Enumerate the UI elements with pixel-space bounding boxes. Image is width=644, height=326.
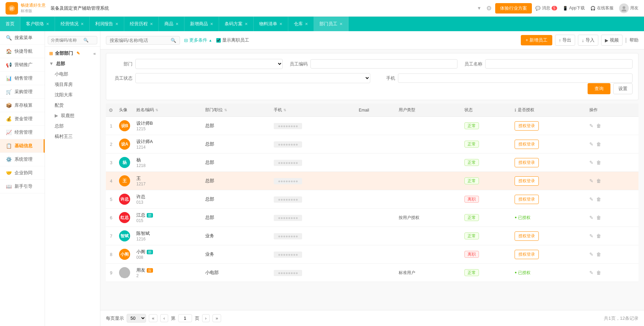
close-tab-icon[interactable]: ✕ [305,22,308,26]
delete-icon[interactable]: 🗑 [596,233,601,239]
resigned-checkbox-input[interactable] [216,38,221,43]
edit-icon[interactable]: ✎ [589,141,593,147]
nav-tab-利润报告[interactable]: 利润报告✕ [90,17,124,31]
close-tab-icon[interactable]: ✕ [46,22,49,26]
auth-login-button[interactable]: 授权登录 [515,195,539,204]
close-tab-icon[interactable]: ✕ [279,22,282,26]
delete-icon[interactable]: 🗑 [596,270,601,275]
emp-name-input[interactable] [485,59,633,69]
edit-icon[interactable]: ✎ [589,178,593,184]
messages-button[interactable]: 💬 消息 5 [535,5,557,11]
close-tab-icon[interactable]: ✕ [115,22,118,26]
close-tab-icon[interactable]: ✕ [150,22,153,26]
sidebar-item-collab[interactable]: 🤝 企业协同 [0,166,45,180]
th-settings[interactable]: ⚙ [106,104,116,117]
export-button[interactable]: ↑ 导出 [555,35,575,46]
user-menu[interactable]: 用友 [619,3,638,13]
dept-node[interactable]: 项目库房 [45,79,100,90]
delete-icon[interactable]: 🗑 [596,141,601,147]
dept-search-input[interactable]: 🔍 [48,36,97,44]
prev-page-button[interactable]: ‹ [160,314,168,322]
close-tab-icon[interactable]: ✕ [175,22,179,26]
next-page-button[interactable]: › [202,314,210,322]
close-tab-icon[interactable]: ✕ [210,22,213,26]
close-tab-icon[interactable]: ✕ [339,22,343,26]
nav-tab-首页[interactable]: 首页 [0,17,20,31]
dept-node[interactable]: 沈阳大库 [45,90,100,100]
dept-node[interactable]: 总部 [45,121,100,131]
dept-node[interactable]: 配货 [45,100,100,111]
settings-icon[interactable]: ⚙ [486,5,492,12]
edit-icon[interactable]: ✎ [589,123,593,129]
dept-search-field[interactable] [51,38,82,43]
import-button[interactable]: ↓ 导入 [578,35,598,46]
auth-login-button[interactable]: 授权登录 [515,158,539,167]
sidebar-item-system[interactable]: ⚙️ 系统管理 [0,153,45,166]
app-download-button[interactable]: 📱 App下载 [563,5,585,11]
status-select[interactable] [135,73,370,83]
per-page-select[interactable]: 501020100 [127,314,146,323]
edit-icon[interactable]: ✎ [589,270,593,275]
delete-icon[interactable]: 🗑 [596,178,601,184]
sidebar-item-search[interactable]: 🔍 搜索菜单 [0,31,45,45]
th-dept[interactable]: 部门/职位⇅ [202,104,271,117]
nav-tab-仓库[interactable]: 仓库✕ [288,17,314,31]
phone-input[interactable] [398,73,633,83]
auth-login-button[interactable]: 授权登录 [515,140,539,149]
search-icon[interactable]: 🔍 [171,38,176,43]
nav-tab-客户联络[interactable]: 客户联络✕ [20,17,55,31]
close-tab-icon[interactable]: ✕ [81,22,84,26]
dept-node[interactable]: 槁村王三 [45,131,100,142]
sidebar-item-marketing[interactable]: 📢 营销推广 [0,58,45,72]
sidebar-item-sales[interactable]: 📊 销售管理 [0,72,45,85]
sidebar-item-shortcut[interactable]: 🏠 快捷导航 [0,45,45,58]
close-tab-icon[interactable]: ✕ [245,22,248,26]
dept-select[interactable] [135,59,283,69]
page-number-input[interactable] [178,314,192,322]
delete-icon[interactable]: 🗑 [596,252,601,257]
edit-icon[interactable]: ✎ [589,196,593,202]
settings-icon[interactable]: ⚙ [109,107,113,113]
edit-icon[interactable]: ✎ [589,233,593,239]
th-phone[interactable]: 手机⇅ [271,104,356,117]
nav-tab-经营历程[interactable]: 经营历程✕ [124,17,159,31]
sidebar-item-finance[interactable]: 💰 资金管理 [0,112,45,126]
help-icon[interactable]: | [625,37,627,43]
nav-tab-商品[interactable]: 商品✕ [159,17,184,31]
query-button[interactable]: 查询 [588,83,610,94]
trial-button[interactable]: 体验行业方案 [495,3,532,14]
dept-node[interactable]: ▶ 双鹿想 [45,111,100,121]
delete-icon[interactable]: 🗑 [596,160,601,165]
delete-icon[interactable]: 🗑 [596,196,601,202]
first-page-button[interactable]: « [149,314,157,322]
last-page-button[interactable]: » [212,314,221,322]
online-support-button[interactable]: 🎧 在线客服 [590,5,614,11]
dept-node[interactable]: 小电部 [45,69,100,79]
help-text[interactable]: 帮助 [629,37,638,43]
sidebar-item-inventory[interactable]: 📦 库存核算 [0,99,45,112]
delete-icon[interactable]: 🗑 [596,215,601,220]
nav-tab-条码方案[interactable]: 条码方案✕ [219,17,254,31]
emp-code-input[interactable] [310,59,458,69]
nav-tab-物料清单[interactable]: 物料清单✕ [254,17,288,31]
collapse-icon[interactable]: « [93,51,96,56]
dept-edit-icon[interactable]: ✎ [76,51,80,56]
dept-node[interactable]: ▼ 总部 [45,59,100,69]
edit-icon[interactable]: ✎ [589,160,593,165]
add-employee-button[interactable]: + 新增员工 [521,35,552,45]
th-name[interactable]: 姓名/编码⇅ [134,104,202,117]
more-filters-button[interactable]: ⊟ 更多条件 ▲ [184,37,212,43]
sidebar-item-purchase[interactable]: 🛒 采购管理 [0,85,45,99]
sidebar-item-operations[interactable]: 📈 经营管理 [0,126,45,139]
reset-button[interactable]: 设置 [613,83,633,94]
nav-tab-部门员工[interactable]: 部门员工✕ [314,17,348,31]
delete-icon[interactable]: 🗑 [596,123,601,129]
sidebar-item-guide[interactable]: 📖 新手引导 [0,180,45,193]
show-resigned-checkbox[interactable]: 显示离职员工 [216,37,249,43]
sidebar-item-basic[interactable]: 📋 基础信息 [0,139,45,153]
auth-login-button[interactable]: 授权登录 [515,176,539,186]
auth-login-button[interactable]: 授权登录 [515,231,539,241]
video-button[interactable]: ▶ 视频 [601,35,623,46]
edit-icon[interactable]: ✎ [589,215,593,220]
nav-tab-新增商品[interactable]: 新增商品✕ [184,17,219,31]
